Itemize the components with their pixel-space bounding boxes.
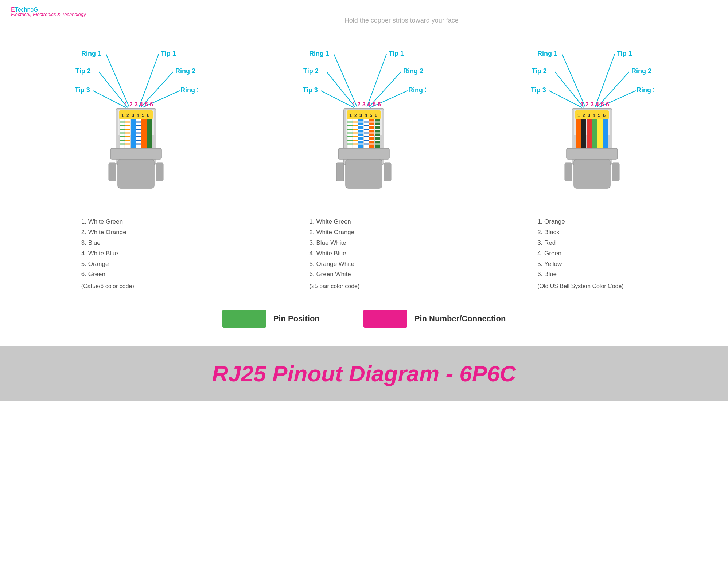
svg-text:Ring 1: Ring 1 (309, 50, 329, 57)
svg-text:2: 2 (357, 101, 361, 107)
svg-line-60 (367, 54, 386, 107)
legend-section: Pin Position Pin Number/Connection (0, 310, 728, 328)
svg-rect-135 (336, 163, 344, 181)
svg-text:1: 1 (124, 101, 128, 107)
wire-item-3-25pair: 3. Blue White (309, 238, 418, 248)
wire-item-5-cat5e: 5. Orange (81, 259, 191, 270)
svg-text:2: 2 (585, 101, 589, 107)
svg-rect-170 (567, 148, 618, 159)
svg-rect-55 (118, 159, 154, 188)
svg-text:6: 6 (378, 101, 381, 107)
code-label-cat5e: (Cat5e/6 color code) (81, 281, 191, 291)
header-subtitle: Hold the copper strips toward your face (86, 7, 717, 24)
svg-text:5: 5 (601, 101, 604, 107)
wire-item-3-us-bell: 3. Red (537, 238, 647, 248)
svg-text:2: 2 (583, 113, 585, 118)
svg-text:Tip 3: Tip 3 (531, 86, 546, 94)
wire-item-5-25pair: 5. Orange White (309, 259, 418, 270)
svg-text:5: 5 (370, 113, 372, 118)
svg-line-4 (99, 72, 128, 107)
svg-text:3: 3 (362, 101, 366, 107)
legend-pin-number-box (363, 310, 407, 328)
connector-cat5e: Ring 1 Tip 1 Tip 2 Ring 2 Tip 3 Ring 3 1… (34, 35, 238, 291)
svg-text:1: 1 (580, 101, 584, 107)
svg-text:5: 5 (373, 101, 376, 107)
legend-pin-position-label: Pin Position (273, 314, 320, 323)
main-content: Ring 1 Tip 1 Tip 2 Ring 2 Tip 3 Ring 3 1… (0, 28, 728, 291)
svg-rect-43 (131, 119, 136, 148)
code-label-us-bell: (Old US Bell System Color Code) (537, 281, 647, 291)
wire-item-1-25pair: 1. White Green (309, 217, 418, 227)
legend-pin-number: Pin Number/Connection (363, 310, 506, 328)
svg-text:5: 5 (598, 113, 600, 118)
svg-rect-53 (147, 119, 152, 148)
svg-text:6: 6 (147, 113, 149, 118)
wire-item-3-cat5e: 3. Blue (81, 238, 191, 248)
svg-text:4: 4 (596, 101, 599, 107)
connector-svg-cat5e: Ring 1 Tip 1 Tip 2 Ring 2 Tip 3 Ring 3 1… (74, 35, 198, 210)
svg-rect-57 (156, 163, 163, 181)
svg-text:Ring 3: Ring 3 (408, 86, 426, 94)
svg-text:Tip 1: Tip 1 (389, 50, 404, 57)
svg-text:Tip 1: Tip 1 (161, 50, 176, 57)
wire-item-2-us-bell: 2. Black (537, 227, 647, 238)
svg-text:3: 3 (132, 113, 134, 118)
svg-text:Ring 3: Ring 3 (180, 86, 198, 94)
connector-svg-us-bell: Ring 1 Tip 1 Tip 2 Ring 2 Tip 3 Ring 3 1… (530, 35, 654, 210)
svg-text:6: 6 (603, 113, 606, 118)
svg-text:1: 1 (349, 113, 352, 118)
svg-rect-133 (338, 148, 389, 159)
svg-text:Tip 3: Tip 3 (303, 86, 318, 94)
code-label-25pair: (25 pair color code) (309, 281, 418, 291)
svg-text:5: 5 (145, 101, 148, 107)
svg-text:Tip 2: Tip 2 (303, 67, 319, 75)
svg-text:Tip 1: Tip 1 (617, 50, 632, 57)
svg-rect-165 (581, 119, 586, 148)
svg-rect-134 (346, 159, 382, 188)
header: ETechnoG Electrical, Electronics & Techn… (0, 0, 728, 24)
svg-text:Ring 1: Ring 1 (81, 50, 101, 57)
svg-rect-52 (141, 119, 147, 148)
svg-text:1: 1 (577, 113, 580, 118)
legend-pin-number-label: Pin Number/Connection (414, 314, 506, 323)
wire-item-4-25pair: 4. White Blue (309, 248, 418, 259)
wire-item-2-25pair: 2. White Orange (309, 227, 418, 238)
wire-item-6-cat5e: 6. Green (81, 269, 191, 280)
svg-text:3: 3 (588, 113, 590, 118)
svg-rect-164 (576, 119, 581, 148)
wire-item-4-us-bell: 4. Green (537, 248, 647, 259)
svg-rect-172 (565, 163, 572, 181)
svg-text:6: 6 (375, 113, 377, 118)
svg-text:4: 4 (137, 113, 140, 118)
svg-line-139 (595, 54, 615, 107)
svg-text:Tip 2: Tip 2 (532, 67, 547, 75)
svg-text:1: 1 (352, 101, 355, 107)
svg-text:Ring 2: Ring 2 (631, 67, 651, 75)
svg-text:4: 4 (365, 113, 367, 118)
svg-text:Ring 2: Ring 2 (403, 67, 423, 75)
svg-text:4: 4 (367, 101, 371, 107)
svg-text:6: 6 (150, 101, 153, 107)
wire-list-us-bell: 1. Orange 2. Black 3. Red 4. Green 5. Ye… (537, 217, 647, 291)
svg-text:6: 6 (606, 101, 609, 107)
svg-rect-171 (574, 159, 610, 188)
wire-list-cat5e: 1. White Green 2. White Orange 3. Blue 4… (81, 217, 191, 291)
wire-item-6-25pair: 6. Green White (309, 269, 418, 280)
connector-25pair: Ring 1 Tip 1 Tip 2 Ring 2 Tip 3 Ring 3 1… (262, 35, 466, 291)
svg-text:4: 4 (593, 113, 596, 118)
wire-item-6-us-bell: 6. Blue (537, 269, 647, 280)
wire-item-2-cat5e: 2. White Orange (81, 227, 191, 238)
svg-rect-54 (110, 148, 161, 159)
svg-text:Tip 2: Tip 2 (75, 67, 91, 75)
svg-text:4: 4 (140, 101, 143, 107)
connector-us-bell: Ring 1 Tip 1 Tip 2 Ring 2 Tip 3 Ring 3 1… (490, 35, 694, 291)
svg-rect-173 (612, 163, 619, 181)
legend-pin-position: Pin Position (222, 310, 320, 328)
svg-rect-136 (384, 163, 391, 181)
footer-banner: RJ25 Pinout Diagram - 6P6C (0, 346, 728, 401)
svg-text:Ring 1: Ring 1 (537, 50, 557, 57)
svg-text:1: 1 (121, 113, 124, 118)
svg-rect-167 (592, 119, 597, 148)
svg-text:5: 5 (142, 113, 144, 118)
svg-text:3: 3 (359, 113, 362, 118)
